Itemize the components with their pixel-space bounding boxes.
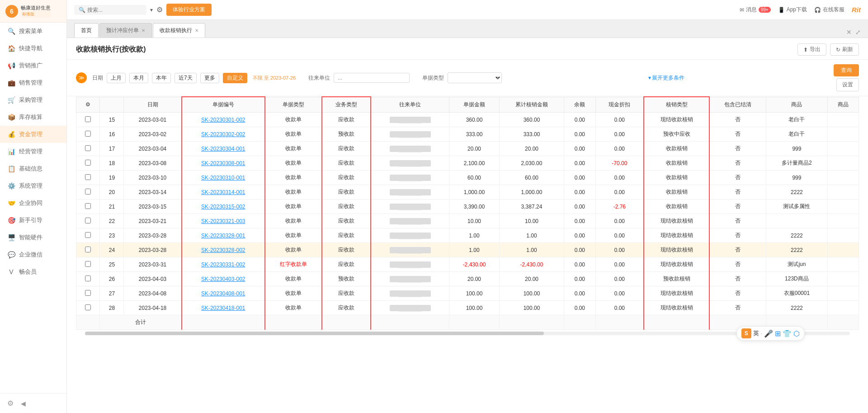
sidebar-item-wechat[interactable]: 💬企业微信 — [0, 246, 66, 263]
page-header: 收款核销执行(按收款) ⬆ 导出 ↻ 刷新 — [67, 38, 868, 60]
refresh-button[interactable]: ↻ 刷新 — [830, 43, 859, 56]
sidebar-item-hardware[interactable]: 🖥️智能硬件 — [0, 229, 66, 246]
search-input[interactable] — [87, 7, 142, 13]
row-checkbox[interactable] — [85, 304, 91, 310]
row-checkbox[interactable] — [85, 275, 91, 281]
bill-no-link[interactable]: SK-20230321-003 — [201, 218, 245, 224]
industry-solution-button[interactable]: 体验行业方案 — [166, 4, 212, 16]
sidebar-item-search-menu[interactable]: 🔍搜索菜单 — [0, 23, 66, 40]
bill-no-link[interactable]: SK-20230328-001 — [201, 233, 245, 239]
collapse-icon[interactable]: ◀ — [21, 400, 26, 407]
bill-no-link[interactable]: SK-20230418-001 — [201, 305, 245, 311]
cell-checkbox[interactable] — [76, 127, 100, 142]
sidebar-icon-hardware: 🖥️ — [7, 234, 15, 241]
tab-home[interactable]: 首页 — [74, 23, 99, 38]
bill-no-link[interactable]: SK-20230408-001 — [201, 290, 245, 297]
row-checkbox[interactable] — [85, 290, 91, 296]
tab-bar-expand-icon[interactable]: ⤢ — [855, 28, 861, 36]
row-checkbox[interactable] — [85, 261, 91, 267]
cell-checkbox[interactable] — [76, 185, 100, 199]
sidebar-item-member[interactable]: V畅会员 — [0, 263, 66, 280]
last-month-button[interactable]: 上月 — [107, 73, 126, 83]
cell-checkbox[interactable] — [76, 199, 100, 214]
counterpart-input[interactable] — [334, 73, 410, 83]
cell-checkbox[interactable] — [76, 243, 100, 257]
bill-no-link[interactable]: SK-20230403-002 — [201, 276, 245, 282]
user-info[interactable]: Rit — [852, 6, 861, 14]
sidebar-item-quick-nav[interactable]: 🏠快捷导航 — [0, 40, 66, 57]
sidebar-item-finance[interactable]: 💰资金管理 — [0, 126, 66, 143]
settings-icon[interactable]: ⚙ — [7, 399, 14, 408]
tab-prepay-close-icon[interactable]: ✕ — [142, 28, 145, 33]
cell-checkbox[interactable] — [76, 142, 100, 156]
tab-receipt-close-icon[interactable]: ✕ — [195, 28, 198, 33]
query-button[interactable]: 查询 — [834, 64, 859, 76]
sidebar-item-marketing[interactable]: 📢营销推广 — [0, 57, 66, 74]
cell-checkbox[interactable] — [76, 286, 100, 301]
tab-receipt[interactable]: 收款核销执行 ✕ — [153, 23, 205, 38]
cell-balance: 0.00 — [564, 228, 595, 243]
cell-includesettled: 否 — [709, 171, 766, 185]
this-year-button[interactable]: 本年 — [152, 73, 171, 83]
sidebar-item-operations[interactable]: 📊经营管理 — [0, 143, 66, 160]
col-gear-header[interactable]: ⚙ — [76, 97, 100, 113]
cell-checkbox[interactable] — [76, 171, 100, 185]
export-button[interactable]: ⬆ 导出 — [797, 43, 826, 56]
online-service-item[interactable]: 🎧 在线客服 — [814, 6, 844, 14]
bill-no-link[interactable]: SK-20230331-002 — [201, 261, 245, 268]
cell-num: 25 — [100, 257, 124, 272]
row-checkbox[interactable] — [85, 189, 91, 195]
row-checkbox[interactable] — [85, 116, 91, 122]
tab-bar-close-icon[interactable]: ✕ — [846, 28, 852, 36]
cell-includesettled: 否 — [709, 243, 766, 257]
dropdown-arrow-icon[interactable]: ▾ — [150, 7, 153, 13]
custom-date-button[interactable]: 自定义 — [223, 73, 247, 83]
message-item[interactable]: ✉ 消息 99+ — [740, 6, 771, 14]
expand-conditions-button[interactable]: ▾ 展开更多条件 — [648, 74, 684, 82]
sidebar-item-sales[interactable]: 💼销售管理 — [0, 74, 66, 91]
sidebar-item-enterprise[interactable]: 🤝企业协同 — [0, 195, 66, 212]
bill-no-link[interactable]: SK-20230315-002 — [201, 204, 245, 210]
cell-billno: SK-20230328-002 — [182, 243, 265, 257]
bill-no-link[interactable]: SK-20230328-002 — [201, 247, 245, 253]
row-checkbox[interactable] — [85, 247, 91, 252]
cell-checkbox[interactable] — [76, 272, 100, 286]
filter-settings-button[interactable]: 设置 — [836, 78, 859, 91]
cell-checkbox[interactable] — [76, 228, 100, 243]
cell-checkbox[interactable] — [76, 156, 100, 171]
row-checkbox[interactable] — [85, 218, 91, 223]
gear-settings-icon[interactable]: ⚙ — [156, 5, 163, 14]
sidebar-item-purchase[interactable]: 🛒采购管理 — [0, 91, 66, 109]
bill-no-link[interactable]: SK-20230302-002 — [201, 131, 245, 138]
app-download-item[interactable]: 📱 App下载 — [778, 6, 807, 14]
cell-checkbox[interactable] — [76, 113, 100, 127]
bill-type-select[interactable] — [448, 72, 502, 83]
filter-toggle-button[interactable]: ≫ — [76, 72, 87, 83]
bill-no-link[interactable]: SK-20230301-002 — [201, 117, 245, 123]
col-num-header — [100, 97, 124, 113]
row-checkbox[interactable] — [85, 174, 91, 180]
scrollbar-thumb[interactable] — [85, 332, 544, 335]
row-checkbox[interactable] — [85, 145, 91, 151]
bill-no-link[interactable]: SK-20230314-001 — [201, 189, 245, 195]
row-checkbox[interactable] — [85, 232, 91, 238]
sidebar-item-inventory[interactable]: 📦库存核算 — [0, 109, 66, 126]
row-checkbox[interactable] — [85, 203, 91, 209]
more-button[interactable]: 更多 — [200, 73, 219, 83]
bill-no-link[interactable]: SK-20230310-001 — [201, 175, 245, 181]
tab-prepay[interactable]: 预计冲应付单 ✕ — [99, 23, 152, 38]
this-month-button[interactable]: 本月 — [129, 73, 148, 83]
search-box[interactable]: 🔍 — [74, 5, 146, 15]
sidebar-item-guide[interactable]: 🎯新手引导 — [0, 212, 66, 229]
sidebar-item-system[interactable]: ⚙️系统管理 — [0, 177, 66, 195]
sidebar-item-base-info[interactable]: 📋基础信息 — [0, 160, 66, 177]
horizontal-scrollbar[interactable] — [85, 332, 850, 335]
bill-no-link[interactable]: SK-20230304-001 — [201, 146, 245, 152]
recent7-button[interactable]: 近7天 — [175, 73, 197, 83]
cell-checkbox[interactable] — [76, 214, 100, 228]
cell-checkbox[interactable] — [76, 301, 100, 315]
cell-checkbox[interactable] — [76, 257, 100, 272]
bill-no-link[interactable]: SK-20230308-001 — [201, 160, 245, 166]
row-checkbox[interactable] — [85, 131, 91, 137]
row-checkbox[interactable] — [85, 160, 91, 166]
